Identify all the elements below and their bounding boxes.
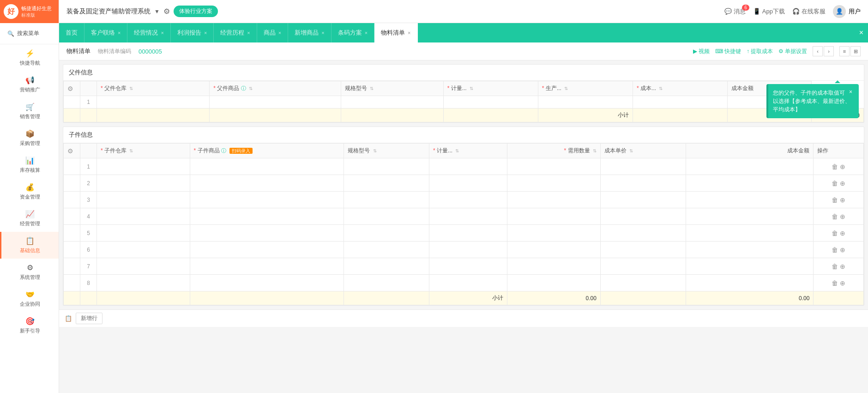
copy-row-button[interactable]: ⊕ [840, 213, 845, 220]
delete-row-button[interactable]: 🗑 [832, 230, 838, 237]
child-row-qty[interactable] [507, 275, 601, 291]
child-row-spec[interactable] [344, 208, 429, 225]
copy-row-button[interactable]: ⊕ [840, 279, 845, 287]
sidebar-item-system[interactable]: ⚙ 系统管理 [0, 259, 59, 285]
list-view-button[interactable]: ≡ [839, 46, 850, 56]
child-row-unit-cost[interactable] [600, 242, 686, 258]
parent-row-cost[interactable] [633, 96, 728, 109]
tab-products[interactable]: 商品 × [257, 23, 288, 42]
child-row-cost-amount[interactable] [686, 175, 814, 192]
trial-button[interactable]: 体验行业方案 [174, 6, 218, 17]
tab-ops-history[interactable]: 经营历程 × [214, 23, 257, 42]
sidebar-item-finance[interactable]: 💰 资金管理 [0, 178, 59, 205]
breadcrumb[interactable]: 物料清单 [66, 47, 90, 55]
child-row-unit[interactable] [429, 192, 507, 208]
delete-row-button[interactable]: 🗑 [832, 196, 838, 204]
child-row-unit-cost[interactable] [600, 258, 686, 275]
child-row-qty[interactable] [507, 158, 601, 175]
prev-button[interactable]: ‹ [813, 46, 823, 56]
child-row-product[interactable] [190, 175, 344, 192]
child-row-unit-cost[interactable] [600, 175, 686, 192]
child-row-product[interactable] [190, 275, 344, 291]
copy-row-button[interactable]: ⊕ [840, 230, 845, 237]
child-row-qty[interactable] [507, 225, 601, 242]
child-row-warehouse[interactable] [97, 242, 190, 258]
child-row-spec[interactable] [344, 258, 429, 275]
tab-customer-close[interactable]: × [118, 30, 121, 36]
tooltip-close-button[interactable]: × [849, 89, 852, 95]
child-row-spec[interactable] [344, 275, 429, 291]
child-row-warehouse[interactable] [97, 158, 190, 175]
sidebar-item-marketing[interactable]: 📢 营销推广 [0, 71, 59, 98]
sidebar-item-quick-nav[interactable]: ⚡ 快捷导航 [0, 44, 59, 71]
shortcut-button[interactable]: ⌨ 快捷键 [715, 48, 741, 55]
child-row-spec[interactable] [344, 225, 429, 242]
settings-button[interactable]: ⚙ [163, 7, 170, 16]
child-row-unit-cost[interactable] [600, 275, 686, 291]
copy-row-button[interactable]: ⊕ [840, 263, 845, 270]
child-row-product[interactable] [190, 208, 344, 225]
delete-row-button[interactable]: 🗑 [832, 279, 838, 287]
tab-ops-history-close[interactable]: × [247, 30, 250, 36]
parent-row-production[interactable] [538, 96, 633, 109]
child-row-cost-amount[interactable] [686, 275, 814, 291]
sidebar-item-inventory[interactable]: 📊 库存核算 [0, 151, 59, 178]
child-row-cost-amount[interactable] [686, 192, 814, 208]
sidebar-item-guide[interactable]: 🎯 新手引导 [0, 312, 59, 339]
sidebar-item-basic-info[interactable]: 📋 基础信息 [0, 232, 59, 259]
system-dropdown-button[interactable]: ▼ [154, 8, 160, 15]
tab-new-products-close[interactable]: × [321, 30, 324, 36]
tab-profit-report[interactable]: 利润报告 × [171, 23, 214, 42]
child-row-cost-amount[interactable] [686, 158, 814, 175]
child-row-product[interactable] [190, 225, 344, 242]
app-download-button[interactable]: 📱 App下载 [753, 7, 785, 16]
search-menu-button[interactable]: 🔍 搜索菜单 [4, 27, 55, 40]
tab-new-products[interactable]: 新增商品 × [288, 23, 331, 42]
online-service-button[interactable]: 🎧 在线客服 [792, 7, 826, 16]
add-row-button[interactable]: 新增行 [76, 313, 102, 324]
child-row-qty[interactable] [507, 242, 601, 258]
child-row-unit-cost[interactable] [600, 192, 686, 208]
child-row-unit-cost[interactable] [600, 225, 686, 242]
tab-ops-status-close[interactable]: × [161, 30, 163, 36]
child-row-warehouse[interactable] [97, 258, 190, 275]
tab-bar-close[interactable]: × [855, 29, 868, 37]
parent-row-spec[interactable] [341, 96, 443, 109]
child-row-unit-cost[interactable] [600, 208, 686, 225]
child-row-qty[interactable] [507, 208, 601, 225]
tab-ops-status[interactable]: 经营情况 × [127, 23, 170, 42]
copy-row-button[interactable]: ⊕ [840, 246, 845, 254]
next-button[interactable]: › [824, 46, 834, 56]
child-row-unit[interactable] [429, 208, 507, 225]
child-row-product[interactable] [190, 192, 344, 208]
delete-row-button[interactable]: 🗑 [832, 263, 838, 270]
child-row-warehouse[interactable] [97, 225, 190, 242]
child-row-warehouse[interactable] [97, 192, 190, 208]
child-row-product[interactable] [190, 258, 344, 275]
copy-row-button[interactable]: ⊕ [840, 180, 845, 187]
user-area[interactable]: 👤 用户 [833, 5, 861, 18]
grid-view-button[interactable]: ⊞ [850, 46, 861, 56]
child-row-warehouse[interactable] [97, 175, 190, 192]
tab-barcode[interactable]: 条码方案 × [332, 23, 374, 42]
view-video-button[interactable]: ▶ 视频 [693, 48, 710, 55]
tab-barcode-close[interactable]: × [365, 30, 368, 36]
child-row-cost-amount[interactable] [686, 242, 814, 258]
parent-table-settings-button[interactable]: ⚙ [67, 85, 73, 92]
child-row-spec[interactable] [344, 175, 429, 192]
sidebar-item-enterprise[interactable]: 🤝 企业协同 [0, 285, 59, 312]
child-row-product[interactable] [190, 158, 344, 175]
tab-products-close[interactable]: × [278, 30, 281, 36]
child-row-unit-cost[interactable] [600, 158, 686, 175]
child-row-warehouse[interactable] [97, 275, 190, 291]
child-row-qty[interactable] [507, 192, 601, 208]
tab-home[interactable]: 首页 [59, 23, 84, 42]
child-table-settings-button[interactable]: ⚙ [67, 147, 73, 155]
child-row-unit[interactable] [429, 242, 507, 258]
child-row-spec[interactable] [344, 242, 429, 258]
delete-row-button[interactable]: 🗑 [832, 180, 838, 187]
child-row-spec[interactable] [344, 158, 429, 175]
child-row-cost-amount[interactable] [686, 225, 814, 242]
message-button[interactable]: 💬 消息 6 [724, 7, 746, 16]
child-row-cost-amount[interactable] [686, 208, 814, 225]
